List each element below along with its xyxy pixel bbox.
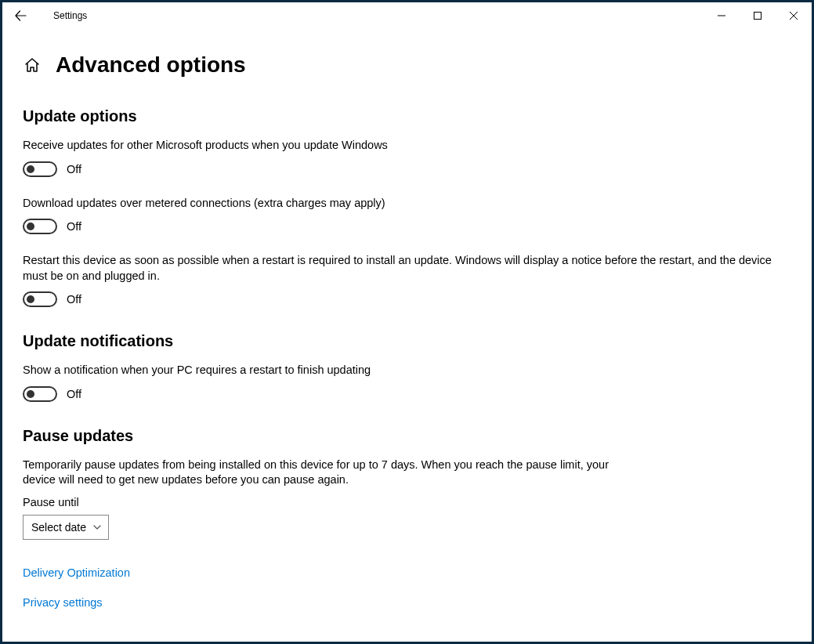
auto-restart-toggle[interactable] [23, 291, 57, 307]
receive-updates-toggle[interactable] [23, 161, 57, 177]
receive-updates-label: Receive updates for other Microsoft prod… [23, 138, 783, 154]
metered-download-toggle-row: Off [23, 219, 791, 234]
close-icon [790, 12, 798, 20]
receive-updates-state: Off [67, 163, 81, 175]
receive-updates-toggle-row: Off [23, 161, 791, 177]
svg-rect-0 [754, 13, 762, 20]
maximize-icon [754, 12, 762, 20]
metered-download-state: Off [67, 220, 81, 233]
pause-until-label: Pause until [23, 496, 791, 508]
settings-window: Settings Advanced options Update option [2, 2, 812, 642]
arrow-left-icon [14, 9, 27, 22]
metered-download-label: Download updates over metered connection… [23, 196, 783, 212]
metered-download-toggle[interactable] [23, 219, 57, 234]
maximize-button[interactable] [740, 2, 776, 29]
titlebar-left: Settings [2, 2, 87, 29]
chevron-down-icon [92, 523, 102, 532]
pause-until-dropdown[interactable]: Select date [23, 515, 109, 540]
close-button[interactable] [776, 2, 812, 29]
toggle-knob [27, 390, 34, 398]
window-title: Settings [38, 10, 87, 21]
minimize-button[interactable] [704, 2, 740, 29]
content-area: Advanced options Update options Receive … [2, 29, 812, 642]
section-pause-updates-title: Pause updates [23, 427, 791, 445]
page-title: Advanced options [56, 52, 246, 78]
pause-until-value: Select date [31, 521, 86, 534]
restart-notification-toggle-row: Off [23, 386, 791, 402]
auto-restart-label: Restart this device as soon as possible … [23, 253, 783, 284]
delivery-optimization-link[interactable]: Delivery Optimization [23, 566, 791, 579]
auto-restart-state: Off [67, 293, 81, 306]
toggle-knob [27, 223, 34, 230]
window-controls [704, 2, 812, 29]
page-header: Advanced options [23, 52, 791, 78]
restart-notification-toggle[interactable] [23, 386, 57, 402]
home-button[interactable] [23, 56, 42, 74]
pause-updates-description: Temporarily pause updates from being ins… [23, 458, 642, 488]
section-update-options-title: Update options [23, 107, 791, 125]
section-update-notifications-title: Update notifications [23, 332, 791, 350]
toggle-knob [27, 295, 34, 303]
auto-restart-toggle-row: Off [23, 291, 791, 307]
home-icon [24, 57, 40, 73]
restart-notification-label: Show a notification when your PC require… [23, 363, 783, 378]
toggle-knob [27, 165, 34, 173]
back-button[interactable] [2, 2, 38, 29]
privacy-settings-link[interactable]: Privacy settings [23, 596, 791, 609]
restart-notification-state: Off [67, 388, 81, 400]
titlebar: Settings [2, 2, 812, 29]
minimize-icon [718, 12, 725, 20]
